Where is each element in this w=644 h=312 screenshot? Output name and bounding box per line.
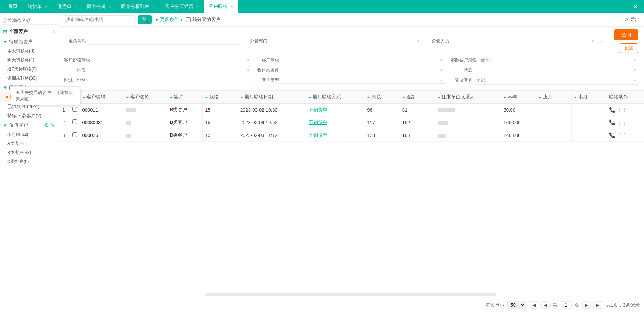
sidebar-group-pending-contact[interactable]: ▼ 待联络客户: [0, 37, 58, 46]
row-this-year: 1000.00: [501, 116, 536, 129]
sidebar-group-value-customers[interactable]: ▼ 价值客户 ↻ ✎: [0, 121, 58, 130]
manager-dropdown[interactable]: ▼: [451, 39, 596, 44]
tab-home[interactable]: 首页: [3, 0, 23, 13]
my-customers-checkbox[interactable]: 我分管的客户: [186, 16, 221, 23]
search-input[interactable]: [63, 15, 135, 24]
export-button[interactable]: ⟳ 导出: [625, 16, 640, 23]
row-checkbox-cell: [69, 129, 80, 142]
sidebar-item-unclassified[interactable]: 未分组(32): [0, 130, 58, 139]
customer-type-dropdown[interactable]: ▼: [281, 78, 445, 84]
row-uncontacted: 123: [365, 129, 400, 142]
tab-product-analysis-list[interactable]: 商品分析列表 ×: [116, 0, 160, 13]
sidebar-item-today-pending[interactable]: 今天待联络(0): [0, 46, 58, 56]
search-button[interactable]: 🔍: [138, 15, 152, 24]
arrow-right-icon: ▼: [3, 123, 8, 128]
tab-customer-tiering[interactable]: 客户分层经营 ×: [160, 0, 204, 13]
tooltip-box: 90天未交易的客户，可能有流失风险。: [11, 86, 58, 105]
per-page-select[interactable]: 50 100 200: [507, 301, 526, 309]
collapse-icon[interactable]: 《: [51, 29, 55, 35]
overdue-sort-icon: ⬥: [402, 94, 405, 100]
page-input[interactable]: [560, 301, 572, 309]
row-checkbox[interactable]: [72, 132, 77, 137]
retail-customer-label: 零散客户: [451, 77, 472, 84]
th-unit-contact: ⬥ 往来单位联系人: [435, 91, 501, 104]
more-action-icon[interactable]: ⋮⋮: [617, 107, 627, 113]
horizontal-scrollbar[interactable]: [206, 293, 496, 296]
manager-label: 分管人员: [427, 38, 449, 44]
manager-dots-icon[interactable]: ···: [600, 39, 603, 44]
sidebar-item-class-a[interactable]: A类客户(1): [0, 139, 58, 148]
first-page-button[interactable]: |◀: [529, 301, 538, 309]
close-product-analysis-icon[interactable]: ×: [109, 0, 111, 13]
row-unit-contact: ██...: [435, 129, 501, 142]
region-dropdown[interactable]: [92, 80, 244, 81]
top-nav: 首页 销货单 × 进货单 × 商品分析 × 商品分析列表 × 客户分层经营 × …: [0, 0, 644, 13]
status-label: 状态: [451, 67, 472, 73]
more-action-icon[interactable]: ⋮⋮: [617, 119, 627, 125]
sidebar-item-overdue-uncontacted[interactable]: 逾期未联络(30): [0, 74, 58, 83]
settings-button[interactable]: 设置: [620, 43, 638, 53]
region-dots-icon[interactable]: ···: [248, 78, 251, 83]
retail-customer-dropdown[interactable]: 全部 ▼: [475, 76, 638, 85]
sidebar-item-7days-pending[interactable]: 近7天待联络(0): [0, 65, 58, 74]
next-page-button[interactable]: ▶: [582, 301, 591, 309]
retail-attr-label: 零散客户属性: [451, 57, 477, 63]
phone-input[interactable]: [88, 38, 240, 45]
row-last-date: 2023-03-02 10:30:: [238, 104, 306, 116]
row-last-method[interactable]: 下销货单: [306, 129, 365, 142]
filter-phone: 电话号码: [64, 38, 240, 45]
filter-retail-attr: 零散客户属性 全部 ▼: [451, 56, 638, 64]
filter-panel: 电话号码 分管部门 ▼ 分管人员 ▼ ···: [58, 27, 644, 91]
customer-level-arrow-icon: ▼: [440, 58, 443, 62]
tab-sales[interactable]: 销货单 ×: [23, 0, 52, 13]
row-index: 2: [58, 116, 69, 129]
close-product-analysis-list-icon[interactable]: ×: [152, 0, 154, 13]
sidebar-item-class-b[interactable]: B类客户(33): [0, 148, 58, 157]
sidebar-search-input[interactable]: [3, 18, 57, 23]
contact-action-icon[interactable]: 📞: [609, 107, 615, 113]
customer-level-dropdown[interactable]: ▼: [281, 57, 445, 63]
refresh-icon[interactable]: ↻: [45, 122, 49, 128]
row-contact: 15: [203, 116, 238, 129]
tab-product-analysis[interactable]: 商品分析 ×: [82, 0, 116, 13]
edit-icon[interactable]: ✎: [51, 122, 55, 128]
query-button[interactable]: 查询: [614, 29, 638, 40]
contact-action-icon[interactable]: 📞: [609, 132, 615, 138]
my-customers-check[interactable]: [186, 17, 191, 22]
name-sort-icon: ⬥: [126, 94, 129, 100]
close-purchase-icon[interactable]: ×: [74, 0, 76, 13]
row-checkbox[interactable]: [72, 107, 77, 112]
department-dropdown[interactable]: ▼: [270, 39, 422, 44]
data-table: ⚙ ⬥ 客户编码 ⬥ 客户名称: [58, 91, 644, 142]
window-close-button[interactable]: ✕: [630, 3, 641, 11]
filter-nature: 性质 ▼: [64, 67, 251, 73]
sidebar-all-customers[interactable]: ⊞ 全部客户 《: [0, 26, 58, 37]
payment-dropdown[interactable]: ▼: [281, 68, 445, 73]
price-level-dropdown[interactable]: ▼: [92, 57, 251, 63]
filter-manager: 分管人员 ▼ ···: [427, 38, 603, 44]
close-customer-tiering-icon[interactable]: ×: [196, 0, 198, 13]
sidebar-item-declining[interactable]: 持续下滑客户(2): [0, 111, 58, 121]
row-actions: 📞 ⋮⋮: [607, 116, 644, 129]
row-last-date: 2023-02-09 19:52:: [238, 116, 306, 129]
status-dropdown[interactable]: ▼: [475, 68, 638, 73]
nature-dropdown[interactable]: ▼: [88, 68, 251, 73]
contact-action-icon[interactable]: 📞: [609, 119, 615, 125]
tab-purchase[interactable]: 进货单 ×: [52, 0, 81, 13]
retail-attr-dropdown[interactable]: 全部 ▼: [479, 56, 638, 64]
last-page-button[interactable]: ▶|: [593, 301, 603, 309]
prev-page-button[interactable]: ◀: [541, 301, 550, 309]
row-last-method[interactable]: 下销货单: [306, 116, 365, 129]
retail-customer-value: 全部: [476, 77, 486, 84]
tab-customer-contact[interactable]: 客户联络 ×: [204, 0, 238, 13]
sidebar-item-tomorrow-pending[interactable]: 明天待联络(1): [0, 56, 58, 65]
row-last-method[interactable]: 下销货单: [306, 104, 365, 116]
last-month-sort-icon: ⬥: [539, 94, 542, 100]
table-footer: 每页显示 50 100 200 |◀ ◀ 第 页 ▶ ▶| 共1页，3条记录: [58, 298, 644, 312]
more-action-icon[interactable]: ⋮⋮: [617, 132, 627, 138]
more-conditions-button[interactable]: ▼ 更多条件 ▲: [154, 16, 183, 23]
row-checkbox[interactable]: [72, 119, 77, 124]
sidebar-item-class-c[interactable]: C类客户(6): [0, 157, 58, 166]
close-customer-contact-icon[interactable]: ×: [230, 0, 233, 13]
close-sales-icon[interactable]: ×: [45, 0, 47, 13]
